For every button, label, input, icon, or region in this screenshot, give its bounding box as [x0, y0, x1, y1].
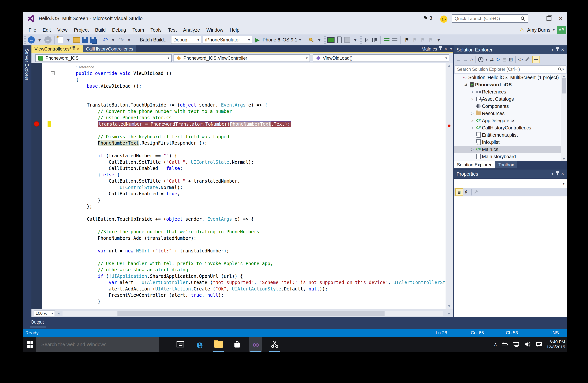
toggle-bookmark-button[interactable]: ⚑	[403, 36, 410, 44]
tree-item-components[interactable]: Components	[454, 103, 567, 110]
chevron-down-icon[interactable]: ▾	[562, 67, 564, 71]
chevron-down-icon[interactable]: ▾	[552, 48, 553, 52]
menu-edit[interactable]: Edit	[39, 25, 54, 35]
find-in-files-button[interactable]	[308, 36, 315, 44]
account-name[interactable]: Amy Burns	[527, 27, 550, 33]
previous-bookmark-button[interactable]: ⚑	[411, 36, 418, 44]
redo-dropdown[interactable]: ▾	[126, 36, 132, 44]
expander-icon[interactable]: ◢	[462, 82, 468, 87]
feedback-smiley-button[interactable]: ☺	[440, 16, 447, 23]
menu-help[interactable]: Help	[226, 25, 242, 35]
pin-icon[interactable]	[440, 47, 441, 50]
menu-build[interactable]: Build	[92, 25, 109, 35]
home-icon[interactable]: ⌂	[470, 57, 473, 63]
solution-explorer-titlebar[interactable]: Solution Explorer ▾ ×	[454, 45, 567, 54]
show-all-files-icon[interactable]: ⊞	[509, 57, 513, 63]
tree-item-solution-hello-ios-multiscreen-1-project[interactable]: ∞Solution 'Hello.iOS_MultiScreen' (1 pro…	[454, 74, 567, 81]
tree-item-main-cs[interactable]: ▷C#Main.cs	[454, 146, 567, 153]
start-button[interactable]	[25, 337, 36, 352]
toolbar-grip[interactable]	[24, 36, 26, 44]
close-icon[interactable]: ×	[77, 46, 80, 52]
tab-toolbox[interactable]: Toolbox	[495, 161, 517, 168]
simulator-screen-button[interactable]	[327, 36, 335, 44]
menu-debug[interactable]: Debug	[109, 25, 129, 35]
device-button[interactable]	[336, 36, 342, 44]
code-editor[interactable]: 1 reference public override void ViewDid…	[31, 63, 445, 309]
toolbar-grip[interactable]	[360, 36, 362, 44]
decrease-indent-button[interactable]	[383, 36, 390, 44]
expander-icon[interactable]: ▷	[469, 118, 475, 123]
clear-bookmarks-button[interactable]: ⚑	[427, 36, 434, 44]
chevron-down-icon[interactable]: ▾	[486, 57, 487, 62]
tab-solution-explorer[interactable]: Solution Explorer	[454, 161, 495, 168]
view-code-icon[interactable]: <>	[518, 57, 523, 62]
expander-icon[interactable]: ▷	[469, 97, 475, 101]
windows-store-button[interactable]	[231, 337, 244, 352]
back-dropdown[interactable]: ▾	[36, 36, 43, 44]
close-icon[interactable]: ×	[561, 171, 564, 176]
save-button[interactable]	[82, 36, 88, 44]
server-explorer-tab[interactable]: Server Explorer	[23, 45, 31, 317]
solution-platform-dropdown[interactable]: iPhoneSimulator▾	[203, 36, 252, 44]
scroll-down-icon[interactable]: ▼	[561, 157, 567, 161]
selection-button[interactable]	[363, 36, 370, 44]
expander-icon[interactable]: ▷	[469, 111, 475, 115]
tree-item-appdelegate-cs[interactable]: ▷C#AppDelegate.cs	[454, 117, 567, 124]
new-file-dropdown[interactable]: ▾	[65, 36, 72, 44]
start-debugging-button[interactable]: ▶ iPhone 6 iOS 9.1 ▾	[254, 37, 302, 43]
tree-item-main-storyboard[interactable]: Main.storyboard	[454, 153, 567, 160]
menu-view[interactable]: View	[54, 25, 71, 35]
forward-icon[interactable]: →	[463, 57, 468, 63]
package-button[interactable]	[344, 36, 350, 44]
navigate-back-button[interactable]: ←	[28, 36, 35, 44]
editor-zoom-dropdown[interactable]: 100 % ▾	[34, 310, 55, 316]
undo-button[interactable]: ↶	[102, 36, 108, 44]
scrollbar-thumb[interactable]	[562, 78, 566, 94]
solution-configuration-dropdown[interactable]: Debug▾	[171, 36, 201, 44]
title-bar[interactable]: Hello.iOS_MultiScreen - Microsoft Visual…	[23, 12, 567, 25]
document-outline-button[interactable]	[371, 36, 378, 44]
search-input[interactable]	[457, 67, 558, 72]
edge-browser-button[interactable]: e	[193, 337, 206, 352]
menu-window[interactable]: Window	[203, 25, 227, 35]
action-center-icon[interactable]	[535, 341, 543, 348]
tree-item-references[interactable]: ▷References	[454, 88, 567, 95]
menu-team[interactable]: Team	[129, 25, 147, 35]
pending-changes-filter-icon[interactable]	[478, 57, 483, 62]
breakpoint-icon[interactable]	[34, 121, 39, 127]
tree-scrollbar[interactable]: ▲ ▼	[561, 74, 567, 161]
menu-project[interactable]: Project	[71, 25, 92, 35]
task-view-button[interactable]	[174, 337, 187, 352]
scrollbar-thumb[interactable]	[117, 311, 385, 316]
tab-maincs-preview[interactable]: Main.cs	[421, 46, 437, 52]
back-icon[interactable]: ←	[456, 57, 461, 63]
categorized-button[interactable]: ▤	[455, 188, 463, 196]
battery-icon[interactable]	[501, 341, 509, 348]
collapse-all-icon[interactable]: ⊟	[502, 57, 506, 63]
member-dropdown[interactable]: ViewDidLoad() ▾	[313, 54, 449, 62]
tab-list-dropdown[interactable]: ▾	[450, 47, 452, 51]
open-file-button[interactable]	[73, 36, 80, 44]
scroll-up-icon[interactable]: ▲	[561, 74, 567, 77]
chevron-down-icon[interactable]: ▾	[553, 28, 555, 32]
save-all-button[interactable]	[90, 36, 96, 44]
sync-with-active-document-icon[interactable]: ⇄	[490, 57, 494, 63]
network-icon[interactable]	[512, 341, 520, 348]
batch-build-button[interactable]: Batch Build...	[138, 37, 169, 43]
feedback-flag-button[interactable]: ⚑ 3	[423, 15, 432, 21]
chevron-down-icon[interactable]: ▾	[552, 172, 553, 176]
avatar[interactable]: AB	[557, 26, 566, 34]
splitter-icon[interactable]: ▲	[445, 64, 453, 68]
toolbar-overflow[interactable]: ▾	[352, 36, 358, 44]
pin-icon[interactable]	[557, 172, 558, 175]
quick-launch-box[interactable]	[452, 14, 528, 23]
quick-launch-input[interactable]	[454, 16, 520, 21]
expander-icon[interactable]: ▷	[469, 126, 475, 130]
volume-icon[interactable]	[524, 341, 531, 348]
toolbar-overflow[interactable]: ▾	[435, 36, 442, 44]
scroll-left-icon[interactable]: ◂	[58, 311, 60, 315]
scroll-down-icon[interactable]: ▼	[445, 304, 453, 308]
close-button[interactable]: ×	[556, 14, 566, 23]
new-file-button[interactable]	[57, 36, 64, 44]
increase-indent-button[interactable]	[391, 36, 398, 44]
